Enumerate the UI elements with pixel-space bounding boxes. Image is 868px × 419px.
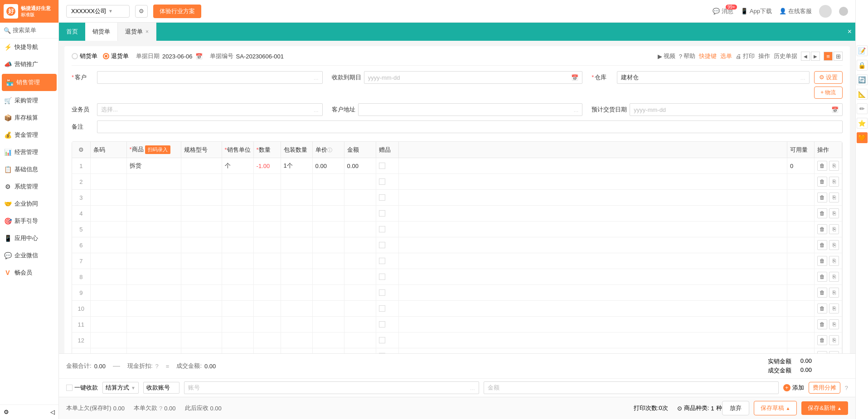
row-product[interactable] xyxy=(126,269,181,285)
row-product[interactable] xyxy=(126,332,181,348)
row-barcode[interactable] xyxy=(90,253,126,269)
shortcut-btn[interactable]: 快捷键 xyxy=(699,52,717,60)
row-qty[interactable] xyxy=(253,285,281,301)
row-gift[interactable] xyxy=(376,158,398,174)
row-amount[interactable]: 0.00 xyxy=(344,158,376,174)
row-delete-btn[interactable]: 🗑 xyxy=(817,240,827,250)
row-price[interactable] xyxy=(312,222,344,237)
row-pkg-qty[interactable] xyxy=(281,206,312,222)
nav-beginner[interactable]: 🎯 新手引导 xyxy=(0,212,58,230)
warehouse-input[interactable]: 建材仓 ... xyxy=(617,71,809,84)
row-gift[interactable] xyxy=(376,190,398,206)
th-settings[interactable]: ⚙ xyxy=(72,142,90,158)
row-qty[interactable] xyxy=(253,269,281,285)
row-pkg-qty[interactable] xyxy=(281,237,312,253)
prev-arrow[interactable]: ◀ xyxy=(801,52,810,61)
add-plus-icon[interactable]: + xyxy=(783,384,790,391)
customer-addr-input[interactable]: ... xyxy=(358,103,583,116)
row-amount[interactable] xyxy=(344,301,376,317)
row-gift[interactable] xyxy=(376,206,398,222)
row-product[interactable] xyxy=(126,348,181,354)
row-unit[interactable] xyxy=(222,206,253,222)
row-copy-btn[interactable]: ⎘ xyxy=(829,177,839,187)
nav-enterprise[interactable]: 🤝 企业协同 xyxy=(0,195,58,212)
row-pkg-qty[interactable] xyxy=(281,301,312,317)
amount-input[interactable]: 金额 xyxy=(484,381,779,394)
trial-button[interactable]: 体验行业方案 xyxy=(153,5,201,18)
one-click-payment[interactable]: 一键收款 xyxy=(66,384,98,392)
row-product[interactable] xyxy=(126,174,181,190)
total-owed-help-icon[interactable]: ? xyxy=(159,405,162,412)
row-gift[interactable] xyxy=(376,253,398,269)
row-spec[interactable] xyxy=(181,190,222,206)
print-btn[interactable]: 🖨 打印 xyxy=(736,52,755,60)
row-copy-btn[interactable]: ⎘ xyxy=(829,256,839,266)
row-unit[interactable] xyxy=(222,332,253,348)
row-qty[interactable] xyxy=(253,174,281,190)
save-draft-button[interactable]: 保存草稿 ▲ xyxy=(754,401,797,415)
row-delete-btn[interactable]: 🗑 xyxy=(817,208,827,218)
save-new-button[interactable]: 保存&新增 ▲ xyxy=(801,401,848,415)
notes-input[interactable] xyxy=(97,120,843,133)
row-amount[interactable] xyxy=(344,285,376,301)
row-barcode[interactable] xyxy=(90,348,126,354)
calendar-icon[interactable]: 📅 xyxy=(195,53,203,60)
row-gift[interactable] xyxy=(376,237,398,253)
rp-icon-2[interactable]: 🔒 xyxy=(857,60,868,71)
row-spec[interactable] xyxy=(181,253,222,269)
row-amount[interactable] xyxy=(344,269,376,285)
tab-close-icon[interactable]: × xyxy=(145,29,149,35)
radio-sales-order[interactable]: 销货单 xyxy=(72,52,97,60)
nav-wechat[interactable]: 💬 企业微信 xyxy=(0,247,58,264)
rp-icon-5[interactable]: ✏ xyxy=(857,103,868,114)
row-pkg-qty[interactable] xyxy=(281,253,312,269)
row-barcode[interactable] xyxy=(90,206,126,222)
row-amount[interactable] xyxy=(344,222,376,237)
row-barcode[interactable] xyxy=(90,222,126,237)
expected-date-calendar-icon[interactable]: 📅 xyxy=(831,106,839,113)
row-price[interactable] xyxy=(312,285,344,301)
row-amount[interactable] xyxy=(344,348,376,354)
row-price[interactable] xyxy=(312,174,344,190)
row-barcode[interactable] xyxy=(90,269,126,285)
row-pkg-qty[interactable] xyxy=(281,269,312,285)
row-price[interactable] xyxy=(312,190,344,206)
row-qty[interactable] xyxy=(253,301,281,317)
row-copy-btn[interactable]: ⎘ xyxy=(829,272,839,282)
row-spec[interactable] xyxy=(181,348,222,354)
row-barcode[interactable] xyxy=(90,158,126,174)
app-download-button[interactable]: 📱 App下载 xyxy=(741,7,772,15)
row-delete-btn[interactable]: 🗑 xyxy=(817,272,827,282)
nav-operations[interactable]: 📊 经营管理 xyxy=(0,144,58,161)
row-qty[interactable] xyxy=(253,222,281,237)
row-amount[interactable] xyxy=(344,206,376,222)
help-btn[interactable]: ? 帮助 xyxy=(679,52,695,60)
due-date-calendar-icon[interactable]: 📅 xyxy=(571,74,578,81)
select-btn[interactable]: 选单 xyxy=(720,52,732,60)
row-copy-btn[interactable]: ⎘ xyxy=(829,224,839,234)
row-price[interactable] xyxy=(312,237,344,253)
row-product[interactable] xyxy=(126,253,181,269)
row-qty[interactable] xyxy=(253,190,281,206)
account-number-input[interactable]: 账号 ... xyxy=(184,381,479,394)
row-product[interactable] xyxy=(126,301,181,317)
doc-no-value[interactable]: SA-20230606-001 xyxy=(236,53,284,60)
row-price[interactable] xyxy=(312,348,344,354)
row-delete-btn[interactable]: 🗑 xyxy=(817,161,827,171)
close-all-tabs[interactable]: × xyxy=(848,28,852,36)
row-delete-btn[interactable]: 🗑 xyxy=(817,177,827,187)
row-gift[interactable] xyxy=(376,269,398,285)
nav-inventory[interactable]: 📦 库存核算 xyxy=(0,109,58,126)
nav-quick[interactable]: ⚡ 快捷导航 xyxy=(0,39,58,56)
payment-help-icon[interactable]: ? xyxy=(845,385,848,391)
row-gift[interactable] xyxy=(376,301,398,317)
row-unit[interactable] xyxy=(222,269,253,285)
row-qty[interactable] xyxy=(253,237,281,253)
settings-icon[interactable]: ⚙ xyxy=(135,5,148,18)
radio-return-order[interactable]: 退货单 xyxy=(103,52,129,60)
collapse-icon[interactable]: ◁ xyxy=(50,409,55,415)
nav-marketing[interactable]: 📣 营销推广 xyxy=(0,56,58,73)
row-copy-btn[interactable]: ⎘ xyxy=(829,208,839,218)
row-price[interactable] xyxy=(312,317,344,332)
history-btn[interactable]: 历史单据 xyxy=(774,52,797,60)
